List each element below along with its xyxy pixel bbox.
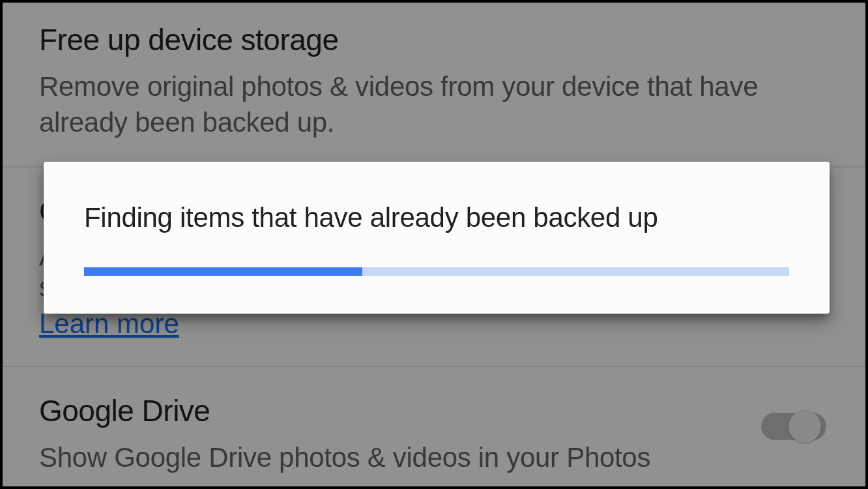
progress-bar (84, 267, 789, 276)
progress-fill (84, 267, 362, 276)
dialog-title: Finding items that have already been bac… (84, 202, 789, 233)
modal-overlay: Finding items that have already been bac… (3, 3, 865, 486)
progress-dialog: Finding items that have already been bac… (44, 162, 830, 314)
settings-screen: Free up device storage Remove original p… (3, 3, 865, 486)
